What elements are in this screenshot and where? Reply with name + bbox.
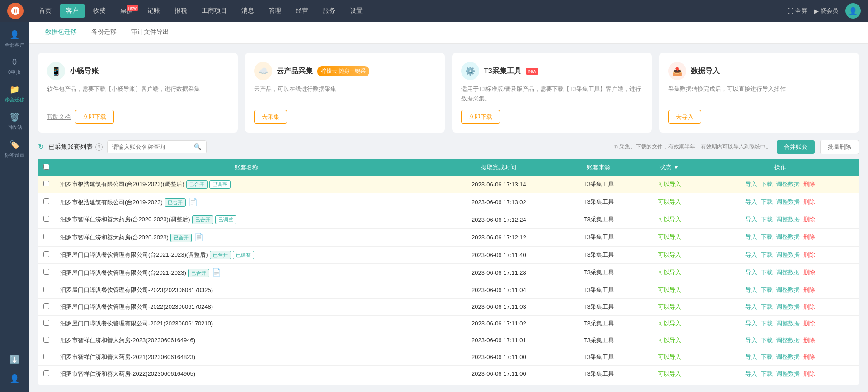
row-checkbox[interactable] <box>43 354 49 359</box>
row-action-调整数据[interactable]: 调整数据 <box>776 251 800 258</box>
row-action-导入[interactable]: 导入 <box>745 234 757 240</box>
file-icon[interactable]: 📄 <box>194 233 203 241</box>
search-input[interactable] <box>108 141 189 153</box>
row-checkbox[interactable] <box>43 320 49 326</box>
row-action-下载[interactable]: 下载 <box>761 303 773 310</box>
sidebar-item-zero-report[interactable]: 0 0申报 <box>0 53 29 80</box>
row-action-导入[interactable]: 导入 <box>745 370 757 377</box>
row-action-调整数据[interactable]: 调整数据 <box>776 181 800 187</box>
fullscreen-button[interactable]: ⛶ 全屏 <box>788 7 807 15</box>
row-checkbox[interactable] <box>43 251 49 257</box>
help-icon[interactable]: ? <box>95 143 103 151</box>
sidebar-item-account-migration[interactable]: 📁 账套迁移 <box>0 80 29 108</box>
row-action-调整数据[interactable]: 调整数据 <box>776 320 800 327</box>
user-avatar[interactable]: 👤 <box>845 3 861 19</box>
nav-tax[interactable]: 报税 <box>168 4 193 18</box>
row-action-删除[interactable]: 删除 <box>803 269 815 276</box>
row-action-导入[interactable]: 导入 <box>745 337 757 344</box>
sidebar-item-trash[interactable]: 🗑️ 回收站 <box>0 108 29 135</box>
row-action-下载[interactable]: 下载 <box>761 216 773 223</box>
row-action-调整数据[interactable]: 调整数据 <box>776 216 800 223</box>
row-action-下载[interactable]: 下载 <box>761 234 773 240</box>
import-go-btn[interactable]: 去导入 <box>668 110 701 124</box>
file-icon[interactable]: 📄 <box>212 268 221 276</box>
row-action-下载[interactable]: 下载 <box>761 287 773 293</box>
nav-service[interactable]: 服务 <box>316 4 342 18</box>
nav-operation[interactable]: 经营 <box>289 4 315 18</box>
nav-accounting[interactable]: 记账 <box>141 4 166 18</box>
row-action-删除[interactable]: 删除 <box>803 337 815 344</box>
row-action-删除[interactable]: 删除 <box>803 181 815 187</box>
row-action-下载[interactable]: 下载 <box>761 354 773 360</box>
row-checkbox[interactable] <box>43 303 49 309</box>
batch-delete-btn[interactable]: 批量删除 <box>820 140 859 154</box>
row-action-下载[interactable]: 下载 <box>761 370 773 377</box>
xiaochangdao-download-btn[interactable]: 立即下载 <box>75 110 114 124</box>
row-action-删除[interactable]: 删除 <box>803 303 815 310</box>
row-action-下载[interactable]: 下载 <box>761 337 773 344</box>
row-action-导入[interactable]: 导入 <box>745 287 757 293</box>
row-action-删除[interactable]: 删除 <box>803 251 815 258</box>
row-action-导入[interactable]: 导入 <box>745 320 757 327</box>
row-checkbox[interactable] <box>43 269 49 275</box>
row-action-调整数据[interactable]: 调整数据 <box>776 234 800 240</box>
tab-backup-migration[interactable]: 备份迁移 <box>84 22 124 43</box>
row-action-下载[interactable]: 下载 <box>761 320 773 327</box>
row-action-调整数据[interactable]: 调整数据 <box>776 337 800 344</box>
refresh-icon[interactable]: ↻ <box>38 143 44 151</box>
nav-management[interactable]: 管理 <box>262 4 288 18</box>
nav-business[interactable]: 工商项目 <box>195 4 233 18</box>
row-action-下载[interactable]: 下载 <box>761 181 773 187</box>
xiaochangdao-help-link[interactable]: 帮助文档 <box>47 113 71 121</box>
row-action-删除[interactable]: 删除 <box>803 198 815 205</box>
row-action-调整数据[interactable]: 调整数据 <box>776 269 800 276</box>
member-button[interactable]: ▶ 畅会员 <box>814 7 838 15</box>
row-action-下载[interactable]: 下载 <box>761 269 773 276</box>
row-action-导入[interactable]: 导入 <box>745 303 757 310</box>
app-logo[interactable] <box>7 3 24 19</box>
select-all-checkbox[interactable] <box>43 164 49 170</box>
row-action-导入[interactable]: 导入 <box>745 269 757 276</box>
row-action-调整数据[interactable]: 调整数据 <box>776 370 800 377</box>
row-action-删除[interactable]: 删除 <box>803 354 815 360</box>
row-action-删除[interactable]: 删除 <box>803 287 815 293</box>
row-checkbox[interactable] <box>43 337 49 343</box>
row-action-调整数据[interactable]: 调整数据 <box>776 287 800 293</box>
row-action-删除[interactable]: 删除 <box>803 216 815 223</box>
row-checkbox[interactable] <box>43 287 49 292</box>
row-action-导入[interactable]: 导入 <box>745 216 757 223</box>
row-action-删除[interactable]: 删除 <box>803 370 815 377</box>
row-checkbox[interactable] <box>43 234 49 239</box>
tab-data-migration[interactable]: 数据包迁移 <box>38 22 84 43</box>
row-action-导入[interactable]: 导入 <box>745 354 757 360</box>
t3-download-btn[interactable]: 立即下载 <box>461 110 500 124</box>
row-action-下载[interactable]: 下载 <box>761 198 773 205</box>
cloud-collect-btn[interactable]: 去采集 <box>254 110 287 124</box>
file-icon[interactable]: 📄 <box>189 198 198 206</box>
row-action-调整数据[interactable]: 调整数据 <box>776 354 800 360</box>
row-action-导入[interactable]: 导入 <box>745 181 757 187</box>
nav-message[interactable]: 消息 <box>235 4 260 18</box>
sidebar-item-all-clients[interactable]: 👤 全部客户 <box>0 25 29 53</box>
sidebar-item-download[interactable]: ⬇️ <box>7 350 22 369</box>
row-checkbox[interactable] <box>43 198 49 204</box>
row-action-调整数据[interactable]: 调整数据 <box>776 303 800 310</box>
row-checkbox[interactable] <box>43 370 49 376</box>
row-action-删除[interactable]: 删除 <box>803 320 815 327</box>
row-action-导入[interactable]: 导入 <box>745 198 757 205</box>
nav-home[interactable]: 首页 <box>33 4 58 18</box>
nav-settings[interactable]: 设置 <box>344 4 369 18</box>
row-checkbox[interactable] <box>43 216 49 222</box>
merge-account-btn[interactable]: 合并账套 <box>777 140 815 154</box>
nav-invoice[interactable]: 票据 new <box>114 4 139 18</box>
sidebar-item-user[interactable]: 👤 <box>7 369 22 388</box>
row-action-调整数据[interactable]: 调整数据 <box>776 198 800 205</box>
nav-client[interactable]: 客户 <box>60 4 85 18</box>
search-button[interactable]: 🔍 <box>189 141 206 153</box>
row-action-删除[interactable]: 删除 <box>803 234 815 240</box>
tab-audit-export[interactable]: 审计文件导出 <box>124 22 176 43</box>
row-action-下载[interactable]: 下载 <box>761 251 773 258</box>
sidebar-item-tag-settings[interactable]: 🏷️ 标签设置 <box>0 135 29 163</box>
row-checkbox[interactable] <box>43 181 49 186</box>
row-action-导入[interactable]: 导入 <box>745 251 757 258</box>
